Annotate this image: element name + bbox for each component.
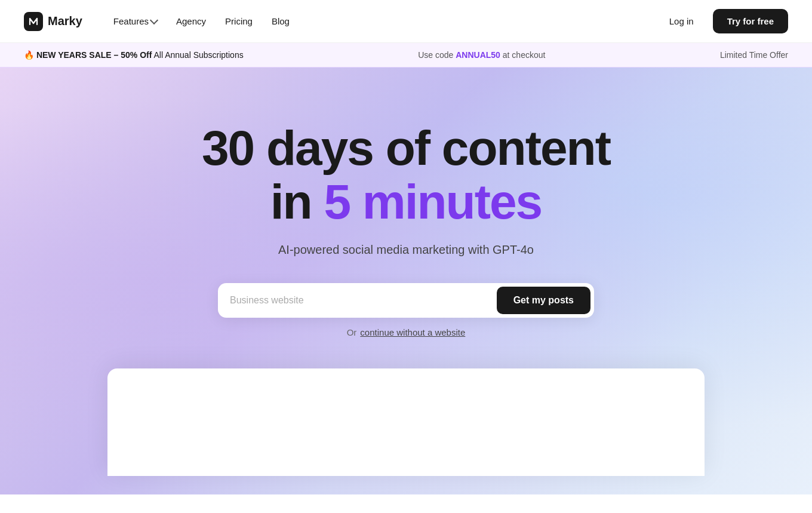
nav-right: Log in Try for free xyxy=(660,9,788,33)
promo-right: Limited Time Offer xyxy=(720,50,788,60)
hero-content: 30 days of content in 5 minutes AI-power… xyxy=(137,121,675,337)
nav-links: Features Agency Pricing Blog xyxy=(106,11,297,31)
navbar: Marky Features Agency Pricing Blog Log i… xyxy=(0,0,812,43)
hero-headline: 30 days of content in 5 minutes xyxy=(149,121,663,229)
nav-blog[interactable]: Blog xyxy=(264,11,297,31)
headline-line2-prefix: in xyxy=(270,174,324,229)
features-chevron-icon xyxy=(150,16,158,24)
try-for-free-button[interactable]: Try for free xyxy=(713,9,788,33)
preview-container xyxy=(104,368,708,476)
headline-line1: 30 days of content xyxy=(202,121,610,175)
promo-center: Use code ANNUAL50 at checkout xyxy=(418,50,545,60)
logo-name: Marky xyxy=(48,14,82,28)
headline-highlight: 5 minutes xyxy=(324,174,542,229)
hero-subtext: AI-powered social media marketing with G… xyxy=(149,243,663,257)
nav-pricing[interactable]: Pricing xyxy=(218,11,260,31)
hero-section: 30 days of content in 5 minutes AI-power… xyxy=(0,67,812,494)
nav-agency[interactable]: Agency xyxy=(169,11,213,31)
sale-text: NEW YEARS SALE – 50% Off xyxy=(36,50,152,60)
nav-left: Marky Features Agency Pricing Blog xyxy=(24,11,297,31)
hero-or: Or continue without a website xyxy=(149,327,663,337)
login-button[interactable]: Log in xyxy=(660,11,703,31)
skip-website-link[interactable]: continue without a website xyxy=(360,327,465,337)
promo-banner: 🔥 NEW YEARS SALE – 50% Off All Annual Su… xyxy=(0,43,812,67)
promo-code: ANNUAL50 xyxy=(456,50,500,60)
hero-form: Get my posts xyxy=(218,283,594,318)
preview-box xyxy=(107,368,705,476)
promo-left: 🔥 NEW YEARS SALE – 50% Off All Annual Su… xyxy=(24,50,244,60)
business-website-input[interactable] xyxy=(230,288,497,313)
get-posts-button[interactable]: Get my posts xyxy=(497,287,590,314)
sale-subtitle: All Annual Subscriptions xyxy=(153,50,243,60)
fire-emoji: 🔥 xyxy=(24,50,34,60)
logo-icon xyxy=(24,12,43,31)
logo[interactable]: Marky xyxy=(24,12,82,31)
nav-features[interactable]: Features xyxy=(106,11,164,31)
